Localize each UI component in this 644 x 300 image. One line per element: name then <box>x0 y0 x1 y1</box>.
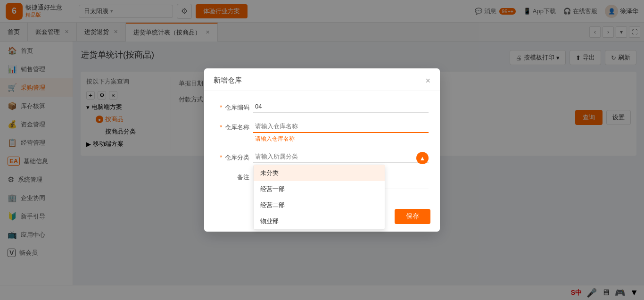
dropdown-item-2[interactable]: 经营二部 <box>254 197 385 213</box>
modal-overlay: 新增仓库 × * 仓库编码 * 仓库名称 <box>0 0 644 300</box>
name-error-msg: 请输入仓库名称 <box>255 135 295 143</box>
save-button[interactable]: 保存 <box>395 209 430 224</box>
modal-header: 新增仓库 × <box>204 68 440 91</box>
add-warehouse-modal: 新增仓库 × * 仓库编码 * 仓库名称 <box>204 68 440 232</box>
code-label: * 仓库编码 <box>215 100 253 112</box>
name-input[interactable] <box>253 120 429 133</box>
category-dropdown: 未分类 经营一部 经营二部 物业部 <box>253 165 385 230</box>
modal-body: * 仓库编码 * 仓库名称 请输入仓库名称 <box>204 91 440 204</box>
category-label: * 仓库分类 <box>215 150 253 162</box>
form-row-name: * 仓库名称 请输入仓库名称 <box>215 120 429 143</box>
dropdown-item-1[interactable]: 经营一部 <box>254 181 385 197</box>
category-field-wrap: ▲ 未分类 经营一部 经营二部 物业部 <box>253 150 429 163</box>
name-label: * 仓库名称 <box>215 120 253 132</box>
note-label: 备注 <box>215 170 253 182</box>
modal-title: 新增仓库 <box>214 76 242 85</box>
modal-close-button[interactable]: × <box>425 76 430 85</box>
category-toggle-button[interactable]: ▲ <box>416 152 429 164</box>
category-input[interactable] <box>253 150 429 163</box>
form-row-code: * 仓库编码 <box>215 100 429 113</box>
form-row-category: * 仓库分类 ▲ 未分类 经营一部 经营二部 物业部 <box>215 150 429 163</box>
dropdown-item-0[interactable]: 未分类 <box>254 165 385 181</box>
code-input[interactable] <box>253 100 429 113</box>
dropdown-item-3[interactable]: 物业部 <box>254 213 385 229</box>
